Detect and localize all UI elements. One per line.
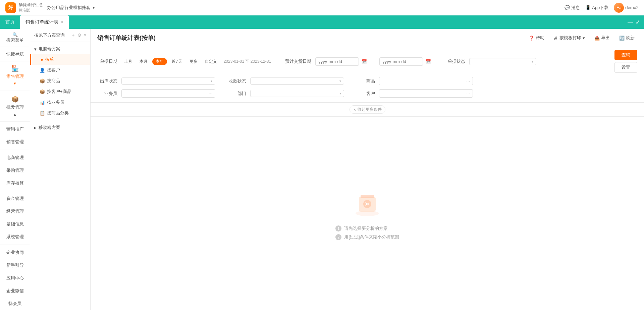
sidebar-item-retail[interactable]: 🏪 零售管理 ▾ xyxy=(0,61,30,89)
query-button[interactable]: 查询 xyxy=(614,50,637,60)
expected-date-from-group: 📅 xyxy=(315,57,367,66)
collapse-chevron-icon: ∧ xyxy=(353,107,356,112)
tree-child-by-customer-goods[interactable]: 📦 按客户+商品 xyxy=(30,86,90,97)
sidebar-item-enterprise-collab[interactable]: 企业协同 xyxy=(0,246,30,259)
expected-date-label: 预计交货日期 xyxy=(285,58,311,64)
goods-select[interactable]: ··· xyxy=(379,77,473,85)
payment-status-select[interactable]: ▾ xyxy=(250,78,344,85)
app-download-button[interactable]: 📱 App下载 xyxy=(585,5,608,11)
calendar-to-icon[interactable]: 📅 xyxy=(426,59,431,64)
logo-sub: 标准版 xyxy=(19,8,43,13)
tip-num-2: 2 xyxy=(335,234,341,240)
svg-rect-2 xyxy=(361,195,374,198)
tree-child-by-order[interactable]: ● 按单 xyxy=(30,54,90,65)
customer-label: 客户 xyxy=(355,91,375,97)
doc-status-label: 单据状态 xyxy=(445,58,465,64)
tab-maximize-icon[interactable]: ⤢ xyxy=(636,19,640,25)
sidebar-quick-nav[interactable]: 快捷导航 xyxy=(0,47,30,61)
sidebar-item-member[interactable]: 畅会员 xyxy=(0,297,30,310)
doc-status-arrow: ▾ xyxy=(532,60,533,63)
dept-select[interactable]: ▾ xyxy=(250,90,344,97)
tree-parent-mobile[interactable]: ▸ 移动端方案 xyxy=(30,122,90,133)
calendar-from-icon[interactable]: 📅 xyxy=(362,59,367,64)
left-panel-header: 按以下方案查询 ＋ ⊙ « xyxy=(30,29,90,42)
shortcut-custom[interactable]: 自定义 xyxy=(202,58,220,65)
print-dropdown-icon[interactable]: ▾ xyxy=(583,36,585,41)
collapse-panel-button[interactable]: « xyxy=(84,32,86,38)
customer-dots-icon[interactable]: ··· xyxy=(466,91,470,96)
sidebar-item-enterprise-wechat[interactable]: 企业微信 xyxy=(0,285,30,297)
collapse-button[interactable]: ∧ 收起更多条件 xyxy=(350,105,385,114)
salesperson-dots-icon[interactable]: ··· xyxy=(209,91,212,96)
tab-home[interactable]: 首页 xyxy=(0,15,20,29)
goods-dots-icon[interactable]: ··· xyxy=(466,79,470,84)
sidebar-item-operations[interactable]: 经营管理 xyxy=(0,205,30,218)
tab-minimize-icon[interactable]: — xyxy=(628,19,633,25)
tree-child-by-customer[interactable]: 👤 按客户 xyxy=(30,65,90,75)
shortcut-more[interactable]: 更多 xyxy=(187,58,200,65)
sidebar-item-finance[interactable]: 资金管理 xyxy=(0,192,30,205)
settings-button[interactable]: 设置 xyxy=(614,62,637,73)
sidebar-item-system[interactable]: 系统管理 xyxy=(0,230,30,243)
expected-date-to-group: 📅 xyxy=(379,57,431,66)
empty-state: 1 请先选择要分析的方案 2 用[过滤]条件来缩小分析范围 xyxy=(91,117,644,310)
export-button[interactable]: 📤 导出 xyxy=(592,34,612,42)
sidebar-item-marketing[interactable]: 营销推广 xyxy=(0,123,30,136)
breadcrumb-chevron[interactable]: ▾ xyxy=(93,5,95,10)
payment-status-label: 收款状态 xyxy=(226,78,246,84)
tree-child-by-goods[interactable]: 📦 按商品 xyxy=(30,75,90,86)
salesperson-label: 业务员 xyxy=(97,91,117,97)
tree-child-by-salesperson[interactable]: 📊 按业务员 xyxy=(30,97,90,108)
sidebar-item-new-guide[interactable]: 新手引导 xyxy=(0,259,30,272)
ship-status-select[interactable]: ▾ xyxy=(121,78,215,85)
customer-icon: 👤 xyxy=(40,68,45,73)
sidebar-item-app-center[interactable]: 应用中心 xyxy=(0,272,30,285)
shortcut-last-month[interactable]: 上月 xyxy=(121,58,135,65)
customer-select[interactable]: ··· xyxy=(379,89,473,98)
sidebar-item-inventory[interactable]: 库存核算 xyxy=(0,177,30,190)
sidebar-search[interactable]: 🔍 搜索菜单 xyxy=(0,29,30,47)
goods-label: 商品 xyxy=(355,78,375,84)
date-shortcuts: 上月 本月 本年 近7天 更多 自定义 xyxy=(121,58,220,65)
refresh-icon: 🔄 xyxy=(619,36,625,41)
content-area: 销售订单统计表(按单) ❓ 帮助 🖨 按模板打印 ▾ 📤 导出 xyxy=(91,29,644,310)
download-icon: 📱 xyxy=(585,5,591,10)
breadcrumb: 办公用品行业模拟账套 ▾ xyxy=(47,5,95,11)
expected-date-to-input[interactable] xyxy=(379,57,423,66)
refresh-button[interactable]: 🔄 刷新 xyxy=(616,34,637,42)
shortcut-7days[interactable]: 近7天 xyxy=(169,58,185,65)
breadcrumb-text: 办公用品行业模拟账套 xyxy=(47,5,91,11)
sidebar-item-sales[interactable]: 销售管理 xyxy=(0,136,30,148)
sidebar-item-wholesale[interactable]: 📦 批发管理 ▴ xyxy=(0,92,30,120)
message-button[interactable]: 💬 消息 xyxy=(565,5,580,11)
dept-label: 部门 xyxy=(226,91,246,97)
ship-status-arrow: ▾ xyxy=(211,79,212,83)
dept-arrow: ▾ xyxy=(339,92,341,95)
edit-plan-button[interactable]: ⊙ xyxy=(77,32,82,38)
tab-close-icon[interactable]: × xyxy=(61,20,63,24)
expected-date-from-input[interactable] xyxy=(315,57,359,66)
tree-parent-pc[interactable]: ▾ 电脑端方案 xyxy=(30,44,90,54)
left-panel-title: 按以下方案查询 xyxy=(34,32,65,38)
sidebar-item-purchase[interactable]: 采购管理 xyxy=(0,164,30,177)
tree-expand-icon: ▾ xyxy=(34,47,37,52)
sidebar-item-basic-info[interactable]: 基础信息 xyxy=(0,218,30,230)
active-dot-icon: ● xyxy=(41,57,43,62)
tip-num-1: 1 xyxy=(335,225,341,231)
left-panel: 按以下方案查询 ＋ ⊙ « ▾ 电脑端方案 ● 按单 👤 按客户 xyxy=(30,29,91,310)
sidebar-item-ecommerce[interactable]: 电商管理 xyxy=(0,151,30,164)
doc-status-select[interactable]: ▾ xyxy=(469,58,536,65)
export-icon: 📤 xyxy=(594,36,600,41)
tab-sales-stats[interactable]: 销售订单统计表 × xyxy=(20,15,69,29)
user-menu[interactable]: Ea demo2 xyxy=(614,3,639,13)
empty-tip-2: 2 用[过滤]条件来缩小分析范围 xyxy=(335,234,399,240)
shortcut-this-year[interactable]: 本年 xyxy=(152,58,167,65)
shortcut-this-month[interactable]: 本月 xyxy=(137,58,150,65)
date-label: 单据日期 xyxy=(97,58,117,64)
help-button[interactable]: ❓ 帮助 xyxy=(526,34,547,42)
date-separator: — xyxy=(371,59,375,64)
add-plan-button[interactable]: ＋ xyxy=(71,32,75,38)
print-button[interactable]: 🖨 按模板打印 ▾ xyxy=(551,34,588,42)
salesperson-select[interactable]: ··· xyxy=(121,89,215,98)
tree-child-by-category[interactable]: 📋 按商品分类 xyxy=(30,108,90,118)
